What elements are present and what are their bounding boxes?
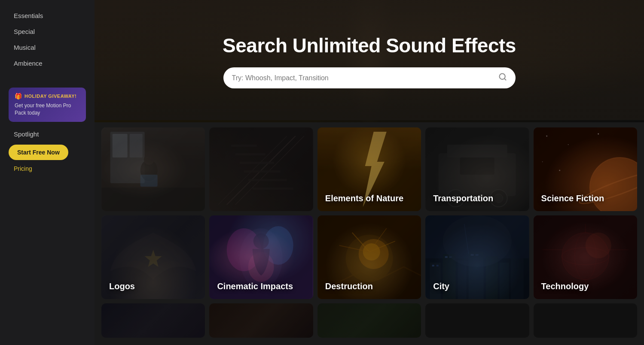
- sidebar-item-essentials[interactable]: Essentials: [9, 9, 86, 23]
- sidebar-item-special[interactable]: Special: [9, 24, 86, 39]
- card-overlay: [425, 303, 529, 338]
- category-row-1: Elements of Nature: [101, 127, 637, 211]
- category-grid-area: Elements of Nature: [95, 122, 644, 345]
- category-card-nature[interactable]: Elements of Nature: [317, 127, 421, 211]
- promo-banner[interactable]: 🎁 HOLIDAY GIVEAWAY! Get your free Motion…: [9, 88, 86, 122]
- category-card-bottom-4[interactable]: [425, 303, 529, 338]
- spotlight-label: Spotlight: [9, 129, 86, 139]
- card-label-transportation: Transportation: [433, 193, 521, 203]
- hero-section: Search Unlimited Sound Effects: [95, 0, 644, 122]
- category-row-3-partial: [101, 303, 637, 338]
- card-label-destruction: Destruction: [325, 281, 413, 291]
- category-card-scifi[interactable]: Science Fiction: [534, 127, 637, 211]
- card-overlay: [534, 303, 637, 338]
- card-overlay: [209, 127, 313, 211]
- start-free-button[interactable]: Start Free Now: [9, 145, 68, 160]
- category-card-bottom-3[interactable]: [317, 303, 421, 338]
- sidebar-nav: Essentials Special Musical Ambience: [0, 9, 95, 70]
- category-card-transportation[interactable]: Transportation: [425, 127, 529, 211]
- card-label-cinematic: Cinematic Impacts: [217, 281, 305, 291]
- card-label-nature: Elements of Nature: [325, 193, 413, 203]
- card-overlay: [101, 127, 205, 211]
- category-card-person[interactable]: [101, 127, 205, 211]
- sidebar-item-musical[interactable]: Musical: [9, 40, 86, 54]
- category-card-destruction[interactable]: Destruction: [317, 215, 421, 299]
- search-input[interactable]: [232, 74, 494, 82]
- svg-line-1: [504, 79, 506, 80]
- sidebar-bottom: Spotlight Start Free Now Pricing: [0, 129, 95, 172]
- gift-icon: 🎁: [15, 93, 22, 100]
- category-card-city[interactable]: City: [425, 215, 529, 299]
- card-label-scifi: Science Fiction: [541, 193, 629, 203]
- category-card-cinematic[interactable]: Cinematic Impacts: [209, 215, 313, 299]
- card-overlay: [317, 303, 421, 338]
- category-card-bottom-2[interactable]: [209, 303, 313, 338]
- category-card-technology[interactable]: Technology: [534, 215, 637, 299]
- card-label-city: City: [433, 281, 521, 291]
- main-content: Search Unlimited Sound Effects: [95, 0, 644, 345]
- card-overlay: [101, 303, 205, 338]
- card-label-technology: Technology: [541, 281, 629, 291]
- category-card-logos[interactable]: Logos: [101, 215, 205, 299]
- sidebar: Essentials Special Musical Ambience 🎁 HO…: [0, 0, 95, 345]
- promo-description: Get your free Motion Pro Pack today: [15, 102, 80, 117]
- promo-title: HOLIDAY GIVEAWAY!: [24, 94, 76, 99]
- category-card-architecture[interactable]: [209, 127, 313, 211]
- card-label-logos: Logos: [109, 281, 197, 291]
- search-bar[interactable]: [223, 67, 516, 88]
- category-card-bottom-5[interactable]: [534, 303, 637, 338]
- sidebar-item-ambience[interactable]: Ambience: [9, 56, 86, 70]
- category-card-bottom-1[interactable]: [101, 303, 205, 338]
- page-title: Search Unlimited Sound Effects: [223, 34, 516, 57]
- category-row-2: Logos: [101, 215, 637, 299]
- search-icon[interactable]: [498, 73, 507, 83]
- card-overlay: [209, 303, 313, 338]
- pricing-link[interactable]: Pricing: [9, 165, 86, 172]
